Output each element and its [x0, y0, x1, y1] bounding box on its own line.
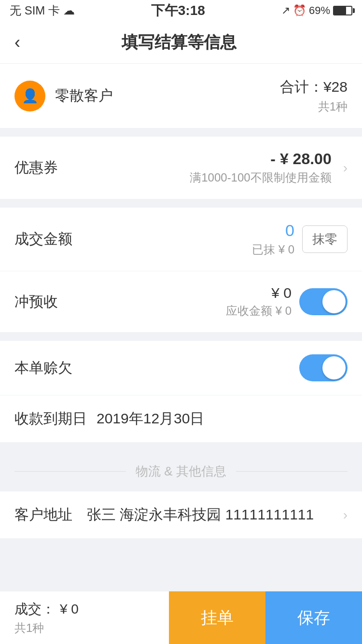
page-title: 填写结算等信息 [30, 31, 328, 54]
battery-text: 69% [309, 4, 330, 17]
coupon-section: 优惠券 - ¥ 28.00 满1000-100不限制使用金额 › [0, 137, 362, 199]
prepayment-sub: 应收金额 ¥ 0 [226, 303, 292, 319]
coupon-right: - ¥ 28.00 满1000-100不限制使用金额 › [190, 150, 348, 185]
bottom-info: 成交： ¥ 0 共1种 [0, 591, 169, 644]
credit-toggle-knob [322, 356, 346, 379]
address-section[interactable]: 客户地址 张三 海淀永丰科技园 11111111111 › [0, 491, 362, 538]
customer-left: 👤 零散客户 [14, 81, 113, 112]
back-button[interactable]: ‹ [14, 28, 30, 57]
status-left: 无 SIM 卡 ☁ [10, 3, 75, 18]
location-icon: ↗ [281, 4, 290, 17]
content: 👤 零散客户 合计：¥28 共1种 优惠券 - ¥ 28.00 满1000-10… [0, 64, 362, 644]
deal-section: 成交金额 0 已抹 ¥ 0 抹零 冲预收 ¥ 0 应收金额 ¥ 0 [0, 208, 362, 332]
save-button[interactable]: 保存 [265, 591, 362, 644]
prepayment-value: ¥ 0 [226, 285, 292, 301]
prepayment-right: ¥ 0 应收金额 ¥ 0 [226, 285, 348, 319]
credit-row: 本单赊欠 [0, 341, 362, 395]
status-bar: 无 SIM 卡 ☁ 下午3:18 ↗ ⏰ 69% [0, 0, 362, 21]
credit-toggle[interactable] [299, 354, 348, 381]
no-sim-text: 无 SIM 卡 ☁ [10, 3, 75, 18]
deal-amount-right: 0 已抹 ¥ 0 抹零 [252, 221, 348, 257]
prepayment-row: 冲预收 ¥ 0 应收金额 ¥ 0 [0, 271, 362, 332]
nav-bar: ‹ 填写结算等信息 [0, 21, 362, 64]
credit-label: 本单赊欠 [14, 358, 72, 378]
deal-amount-row: 成交金额 0 已抹 ¥ 0 抹零 [0, 208, 362, 271]
coupon-chevron-icon: › [343, 160, 348, 176]
credit-section: 本单赊欠 收款到期日 2019年12月30日 [0, 341, 362, 443]
logistics-line-left [14, 471, 126, 472]
coupon-value-group: - ¥ 28.00 满1000-100不限制使用金额 [190, 150, 331, 185]
address-right: › [339, 507, 348, 523]
prepayment-label: 冲预收 [14, 292, 58, 312]
address-value: 张三 海淀永丰科技园 11111111111 [87, 505, 339, 525]
deal-amount-sub: 已抹 ¥ 0 [252, 242, 294, 257]
toggle-knob [322, 290, 346, 313]
status-time: 下午3:18 [151, 1, 205, 20]
address-chevron-icon: › [343, 507, 348, 523]
bottom-bar: 成交： ¥ 0 共1种 挂单 保存 [0, 591, 362, 644]
address-label: 客户地址 [14, 505, 72, 525]
total-amount: 合计：¥28 [280, 77, 348, 97]
coupon-label: 优惠券 [14, 158, 58, 178]
round-zero-button[interactable]: 抹零 [302, 225, 348, 253]
deal-amount-label: 成交金额 [14, 229, 72, 249]
battery-icon [333, 6, 352, 15]
due-date-value: 2019年12月30日 [97, 409, 204, 429]
logistics-line-right [236, 471, 348, 472]
alarm-icon: ⏰ [293, 4, 306, 17]
due-date-label: 收款到期日 [14, 409, 87, 429]
section-divider-3 [0, 333, 362, 341]
prepayment-group: ¥ 0 应收金额 ¥ 0 [226, 285, 292, 319]
total-count: 共1种 [280, 99, 348, 114]
deal-amount-value: 0 [285, 221, 294, 239]
bottom-count: 共1种 [14, 620, 154, 636]
person-icon: 👤 [22, 88, 39, 104]
customer-section: 👤 零散客户 合计：¥28 共1种 [0, 64, 362, 128]
prepayment-toggle[interactable] [299, 288, 348, 315]
section-divider-4 [0, 444, 362, 451]
deal-amount-group: 0 已抹 ¥ 0 [252, 221, 294, 257]
coupon-row[interactable]: 优惠券 - ¥ 28.00 满1000-100不限制使用金额 › [0, 137, 362, 199]
bottom-deal-label: 成交： [14, 600, 55, 618]
logistics-text: 物流 & 其他信息 [126, 463, 236, 480]
avatar: 👤 [14, 81, 45, 112]
logistics-divider: 物流 & 其他信息 [0, 451, 362, 491]
section-divider-5 [0, 538, 362, 546]
customer-right: 合计：¥28 共1种 [280, 77, 348, 114]
coupon-sub: 满1000-100不限制使用金额 [190, 170, 331, 185]
customer-name: 零散客户 [55, 86, 113, 106]
hang-button[interactable]: 挂单 [169, 591, 265, 644]
bottom-deal: 成交： ¥ 0 [14, 600, 154, 618]
credit-right [299, 354, 348, 381]
bottom-deal-amount: ¥ 0 [60, 602, 79, 617]
section-divider-2 [0, 200, 362, 208]
coupon-value: - ¥ 28.00 [190, 150, 331, 168]
status-right: ↗ ⏰ 69% [281, 4, 352, 17]
due-date-row[interactable]: 收款到期日 2019年12月30日 [0, 395, 362, 443]
section-divider-1 [0, 129, 362, 137]
